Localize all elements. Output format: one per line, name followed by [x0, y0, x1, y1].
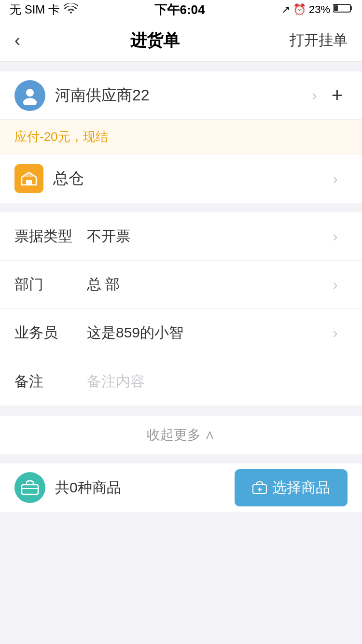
- open-pending-button[interactable]: 打开挂单: [290, 30, 348, 50]
- battery-icon: [333, 3, 352, 16]
- status-right: ↗ ⏰ 23%: [281, 3, 352, 16]
- page-title: 进货单: [130, 29, 180, 52]
- notice-text: 应付-20元，现结: [14, 129, 108, 144]
- status-time: 下午6:04: [154, 1, 205, 18]
- collapse-label: 收起更多 ∧: [147, 426, 216, 444]
- status-left: 无 SIM 卡: [10, 2, 78, 17]
- department-row[interactable]: 部门 总 部 ›: [0, 261, 362, 309]
- svg-rect-1: [350, 6, 352, 10]
- supplier-chevron-icon: ›: [312, 86, 317, 104]
- remark-label: 备注: [14, 372, 77, 392]
- nav-bar: ‹ 进货单 打开挂单: [0, 19, 362, 62]
- supplier-section[interactable]: 河南供应商22 › +: [0, 71, 362, 120]
- add-supplier-button[interactable]: +: [327, 80, 348, 111]
- department-label: 部门: [14, 275, 77, 294]
- warehouse-name: 总仓: [53, 168, 333, 189]
- supplier-name: 河南供应商22: [55, 85, 312, 106]
- invoice-type-chevron-icon: ›: [333, 227, 338, 245]
- warehouse-icon: [14, 164, 43, 193]
- product-footer: 共0种商品 选择商品: [0, 463, 362, 512]
- invoice-type-label: 票据类型: [14, 226, 77, 246]
- svg-rect-8: [22, 485, 38, 494]
- select-product-button[interactable]: 选择商品: [235, 469, 348, 506]
- warehouse-chevron-icon: ›: [333, 170, 338, 188]
- back-button[interactable]: ‹: [14, 30, 20, 51]
- remark-placeholder[interactable]: 备注内容: [77, 372, 348, 392]
- alarm-icon: ⏰: [293, 3, 306, 16]
- salesperson-chevron-icon: ›: [333, 324, 338, 342]
- invoice-type-row[interactable]: 票据类型 不开票 ›: [0, 212, 362, 261]
- salesperson-value: 这是859的小智: [77, 323, 333, 343]
- department-chevron-icon: ›: [333, 276, 338, 294]
- invoice-type-value: 不开票: [77, 226, 333, 246]
- notice-banner: 应付-20元，现结: [0, 120, 362, 154]
- product-count: 共0种商品: [55, 478, 235, 498]
- salesperson-label: 业务员: [14, 323, 77, 343]
- section-gap-1: [0, 62, 362, 71]
- svg-marker-7: [22, 172, 36, 177]
- wifi-icon: [64, 3, 78, 16]
- svg-point-3: [26, 89, 34, 97]
- svg-point-4: [23, 98, 37, 105]
- signal-icon: 无 SIM 卡: [10, 2, 60, 17]
- battery-level: 23%: [309, 3, 330, 16]
- select-product-label: 选择商品: [272, 478, 330, 498]
- salesperson-row[interactable]: 业务员 这是859的小智 ›: [0, 309, 362, 357]
- location-icon: ↗: [281, 3, 290, 16]
- collapse-button[interactable]: 收起更多 ∧: [0, 415, 362, 454]
- warehouse-section[interactable]: 总仓 ›: [0, 154, 362, 203]
- form-section: 票据类型 不开票 › 部门 总 部 › 业务员 这是859的小智 › 备注 备注…: [0, 212, 362, 406]
- department-value: 总 部: [77, 275, 333, 294]
- remark-row[interactable]: 备注 备注内容: [0, 357, 362, 406]
- svg-rect-2: [334, 5, 338, 11]
- status-bar: 无 SIM 卡 下午6:04 ↗ ⏰ 23%: [0, 0, 362, 19]
- svg-rect-6: [26, 180, 32, 185]
- product-icon: [14, 472, 45, 503]
- supplier-avatar: [14, 80, 45, 111]
